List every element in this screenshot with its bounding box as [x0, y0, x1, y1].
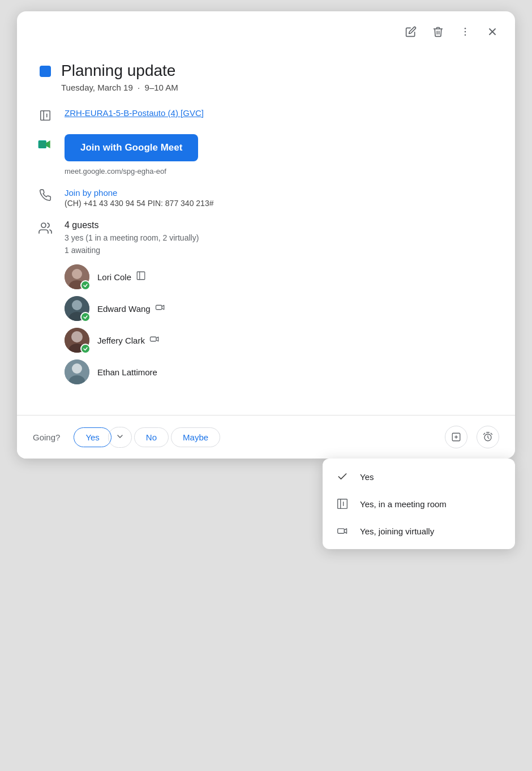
- rsvp-check-icon: [80, 344, 91, 354]
- svg-rect-19: [137, 272, 145, 280]
- meet-content: Join with Google Meet meet.google.com/sp…: [65, 134, 495, 175]
- video-camera-icon: [336, 525, 349, 537]
- svg-point-30: [72, 363, 82, 374]
- join-meet-button[interactable]: Join with Google Meet: [65, 134, 198, 161]
- checkmark-icon: [336, 471, 349, 482]
- event-time: Tuesday, March 19 · 9–10 AM: [61, 83, 178, 92]
- dropdown-item-virtual[interactable]: Yes, joining virtually: [323, 517, 515, 545]
- dropdown-item-label: Yes, in a meeting room: [360, 499, 447, 509]
- guest-name: Edward Wang: [97, 302, 165, 315]
- phone-content: Join by phone (CH) +41 43 430 94 54 PIN:…: [65, 188, 495, 208]
- event-title: Planning update: [61, 61, 178, 80]
- room-row: ZRH-EURA1-5-B-Postauto (4) [GVC]: [35, 108, 497, 122]
- guests-content: 4 guests 3 yes (1 in a meeting room, 2 v…: [65, 220, 495, 385]
- phone-details: (CH) +41 43 430 94 54 PIN: 877 340 213#: [65, 199, 495, 208]
- add-note-button[interactable]: [445, 426, 467, 448]
- event-header: Planning update Tuesday, March 19 · 9–10…: [35, 61, 497, 92]
- guests-row: 4 guests 3 yes (1 in a meeting room, 2 v…: [35, 220, 497, 385]
- dropdown-item-label: Yes, joining virtually: [360, 526, 434, 536]
- meeting-room-icon: [336, 498, 349, 509]
- guest-name: Lori Cole: [97, 271, 146, 283]
- yes-dropdown-button[interactable]: [108, 427, 132, 448]
- no-button[interactable]: No: [134, 427, 169, 447]
- more-options-button[interactable]: [454, 20, 477, 43]
- dropdown-item-yes[interactable]: Yes: [323, 463, 515, 490]
- yes-button[interactable]: Yes: [74, 427, 111, 447]
- maybe-button[interactable]: Maybe: [171, 427, 220, 447]
- svg-rect-39: [338, 529, 345, 533]
- guest-name: Jeffery Clark: [97, 334, 160, 346]
- avatar: [65, 328, 89, 353]
- footer-bar: Going? Yes No Maybe: [17, 416, 515, 459]
- guests-awaiting: 1 awaiting: [65, 244, 495, 256]
- list-item: Edward Wang: [65, 296, 495, 321]
- svg-rect-5: [41, 110, 50, 120]
- delete-button[interactable]: [427, 20, 449, 43]
- going-label: Going?: [33, 432, 60, 442]
- room-content: ZRH-EURA1-5-B-Postauto (4) [GVC]: [65, 108, 495, 118]
- avatar: [65, 296, 89, 321]
- guest-name: Ethan Lattimore: [97, 367, 157, 377]
- toolbar: [17, 11, 515, 48]
- guests-count: 4 guests: [65, 220, 495, 230]
- join-phone-link[interactable]: Join by phone: [65, 188, 495, 198]
- list-item: Ethan Lattimore: [65, 359, 495, 384]
- svg-rect-36: [338, 499, 347, 509]
- svg-point-22: [72, 300, 82, 310]
- room-link[interactable]: ZRH-EURA1-5-B-Postauto (4) [GVC]: [65, 108, 204, 118]
- avatar: [65, 359, 89, 384]
- avatar: [65, 264, 89, 289]
- rsvp-check-icon: [80, 312, 91, 322]
- edit-button[interactable]: [400, 20, 422, 43]
- svg-point-17: [72, 269, 82, 279]
- svg-rect-14: [39, 140, 46, 147]
- svg-marker-13: [46, 140, 50, 147]
- list-item: Jeffery Clark: [65, 328, 495, 353]
- dropdown-item-meeting-room[interactable]: Yes, in a meeting room: [323, 490, 515, 517]
- svg-point-26: [71, 331, 83, 342]
- meet-url: meet.google.com/spg-egha-eof: [65, 167, 495, 175]
- snooze-button[interactable]: [477, 426, 499, 448]
- meeting-room-icon: [37, 109, 53, 122]
- phone-icon: [37, 189, 53, 202]
- dropdown-item-label: Yes: [360, 472, 374, 482]
- rsvp-buttons: Yes No Maybe: [74, 427, 220, 448]
- close-button[interactable]: [481, 20, 504, 43]
- google-meet-icon: [37, 135, 53, 153]
- video-icon: [155, 302, 165, 315]
- rsvp-check-icon: [80, 280, 91, 290]
- meet-row: Join with Google Meet meet.google.com/sp…: [35, 134, 497, 175]
- svg-rect-24: [156, 306, 162, 310]
- guest-list: Lori Cole: [65, 264, 495, 384]
- guests-icon: [37, 221, 53, 235]
- list-item: Lori Cole: [65, 264, 495, 289]
- dropdown-menu: Yes Yes, in a meeting room Yes, joining: [323, 459, 515, 549]
- svg-point-1: [465, 31, 466, 33]
- svg-point-0: [465, 28, 466, 29]
- phone-row: Join by phone (CH) +41 43 430 94 54 PIN:…: [35, 188, 497, 208]
- guests-yes-summary: 3 yes (1 in a meeting room, 2 virtually): [65, 232, 495, 244]
- room-icon: [136, 271, 146, 283]
- event-color-dot: [40, 66, 51, 77]
- svg-point-2: [465, 35, 466, 36]
- video-icon: [149, 334, 160, 346]
- svg-rect-28: [150, 337, 156, 342]
- svg-point-15: [41, 223, 46, 228]
